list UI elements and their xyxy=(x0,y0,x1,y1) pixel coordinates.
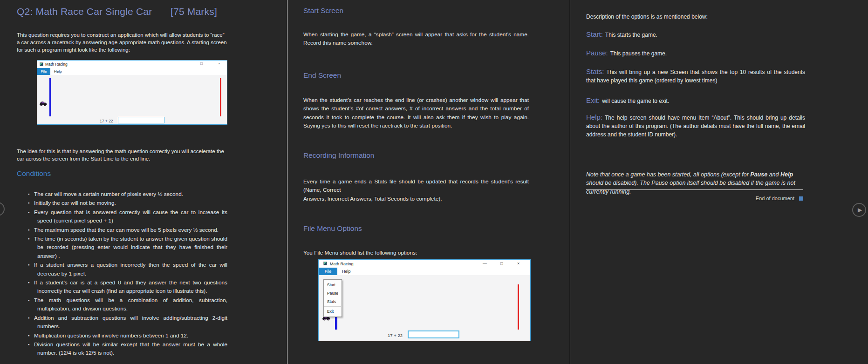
option-exit: Exit:will cause the game to exit. xyxy=(586,96,805,105)
option-exit-label: Exit: xyxy=(586,96,600,104)
option-exit-description: will cause the game to exit. xyxy=(602,98,669,104)
end-of-document-label: End of document xyxy=(756,195,794,201)
condition-item: If a student’s car is at a speed 0 and t… xyxy=(28,278,227,296)
column-divider-left xyxy=(287,0,287,364)
start-screen-heading: Start Screen xyxy=(303,7,343,15)
note-bold-help: Help xyxy=(780,171,793,178)
conditions-heading: Conditions xyxy=(17,169,51,178)
end-screen-body: When the student’s car reaches the end l… xyxy=(303,96,529,130)
page-title: Q2: Math Race Car Single Car xyxy=(17,6,152,17)
condition-item: The time (in seconds) taken by the stude… xyxy=(28,235,227,260)
option-pause-label: Pause: xyxy=(586,49,608,57)
document-column-1: Q2: Math Race Car Single Car [75 Marks] … xyxy=(17,0,227,364)
race-track-area: 17 + 22 xyxy=(319,275,530,341)
end-line xyxy=(220,78,221,116)
column-divider-right xyxy=(570,0,570,364)
condition-item: Division questions will be similar excep… xyxy=(28,340,227,357)
window-menubar: File Help xyxy=(319,268,530,275)
recording-information-body: Every time a game ends a Stats file shou… xyxy=(303,177,529,203)
file-menu: File xyxy=(37,68,50,75)
option-stats-description: This will bring up a new Screen that sho… xyxy=(586,69,805,84)
option-stats: Stats:This will bring up a new Screen th… xyxy=(586,67,805,85)
window-menubar: File Help xyxy=(37,68,227,75)
note-bold-pause: Pause xyxy=(750,171,767,178)
race-car-icon xyxy=(39,101,48,107)
help-menu: Help xyxy=(342,268,351,275)
option-start: Start:This starts the game. xyxy=(586,30,805,39)
condition-item: If a student answers a question incorrec… xyxy=(28,261,227,278)
previous-page-button[interactable] xyxy=(0,202,5,216)
math-question-label: 17 + 22 xyxy=(388,333,403,338)
recording-information-heading: Recording Information xyxy=(303,151,375,160)
conditions-list: The car will move a certain number of pi… xyxy=(28,190,227,358)
end-of-document-rule xyxy=(586,189,803,190)
window-titlebar: Math Racing — □ × xyxy=(37,61,227,68)
condition-item: The maximum speed that the car can move … xyxy=(28,226,227,234)
file-menu-item-stats: Stats xyxy=(324,297,342,306)
app-icon xyxy=(323,262,327,265)
help-menu: Help xyxy=(54,68,62,75)
condition-item: Addition and subtraction questions will … xyxy=(28,314,227,331)
close-icon: × xyxy=(218,62,220,66)
word-read-mode-dark-page: { "colors": { "background": "#272727", "… xyxy=(0,0,868,364)
option-start-label: Start: xyxy=(586,30,603,38)
math-racing-screenshot-file-menu: Math Racing — □ × File Help 17 + 22 Star… xyxy=(318,259,531,341)
file-menu: File xyxy=(319,268,337,275)
maximize-icon: □ xyxy=(200,62,203,66)
condition-item: Every question that is answered correctl… xyxy=(28,208,227,225)
condition-item: The math questions will be a combination… xyxy=(28,296,227,313)
file-menu-options-heading: File Menu Options xyxy=(303,224,362,233)
end-of-document-square-icon xyxy=(799,196,803,201)
option-pause: Pause:This pauses the game. xyxy=(586,49,805,58)
note-text: and xyxy=(767,171,780,178)
minimize-icon: — xyxy=(188,62,192,66)
question-title-row: Q2: Math Race Car Single Car [75 Marks] xyxy=(17,6,217,17)
start-screen-body: When starting the game, a “splash” scree… xyxy=(303,30,529,47)
marks-label: [75 Marks] xyxy=(171,6,217,17)
file-menu-item-pause: Pause xyxy=(324,289,342,297)
option-help-label: Help: xyxy=(586,113,602,121)
option-help: Help:The help screen should have menu It… xyxy=(586,113,805,139)
end-of-document-row: End of document xyxy=(586,195,803,201)
start-line xyxy=(49,78,51,116)
note-paragraph: Note that once a game has been started, … xyxy=(586,170,808,196)
maximize-icon: □ xyxy=(500,262,503,266)
next-page-button[interactable]: ▶ xyxy=(852,203,866,217)
race-track-area: 17 + 22 xyxy=(37,75,227,124)
note-text: Note that once a game has been started, … xyxy=(586,171,750,178)
option-help-description: The help screen should have menu Item “A… xyxy=(586,115,805,138)
menu-separator xyxy=(324,306,341,307)
window-titlebar: Math Racing — □ × xyxy=(319,260,530,268)
condition-item: Initially the car will not be moving. xyxy=(28,199,227,207)
window-title: Math Racing xyxy=(330,262,354,266)
file-dropdown-menu: Start Pause Stats Exit xyxy=(323,279,342,317)
condition-item: The car will move a certain number of pi… xyxy=(28,190,227,198)
minimize-icon: — xyxy=(483,262,487,266)
answer-input xyxy=(118,117,164,123)
document-column-3: Description of the options is as mention… xyxy=(586,0,805,364)
file-menu-item-exit: Exit xyxy=(324,307,342,316)
math-racing-screenshot-start: Math Racing — □ × File Help 17 + 22 xyxy=(37,60,227,125)
file-menu-options-body: You File Menu should list the following … xyxy=(303,249,529,257)
app-icon xyxy=(40,62,43,66)
window-title: Math Racing xyxy=(45,62,68,67)
condition-item: Multiplication questions will involve nu… xyxy=(28,331,227,340)
intro-paragraph: This question requires you to construct … xyxy=(17,31,227,54)
next-arrow-icon: ▶ xyxy=(856,207,862,213)
option-pause-description: This pauses the game. xyxy=(610,50,667,57)
answer-input xyxy=(408,330,459,338)
file-menu-item-start: Start xyxy=(324,281,342,289)
math-question-label: 17 + 22 xyxy=(100,119,113,123)
close-icon: × xyxy=(517,262,519,266)
end-line xyxy=(518,284,519,330)
options-intro: Description of the options is as mention… xyxy=(586,13,805,20)
option-stats-label: Stats: xyxy=(586,67,604,75)
option-start-description: This starts the game. xyxy=(605,32,657,38)
end-screen-heading: End Screen xyxy=(303,71,341,80)
note-text: should be disabled). The Pause option it… xyxy=(586,180,795,195)
idea-paragraph: The idea for this is that by answering t… xyxy=(17,148,227,162)
